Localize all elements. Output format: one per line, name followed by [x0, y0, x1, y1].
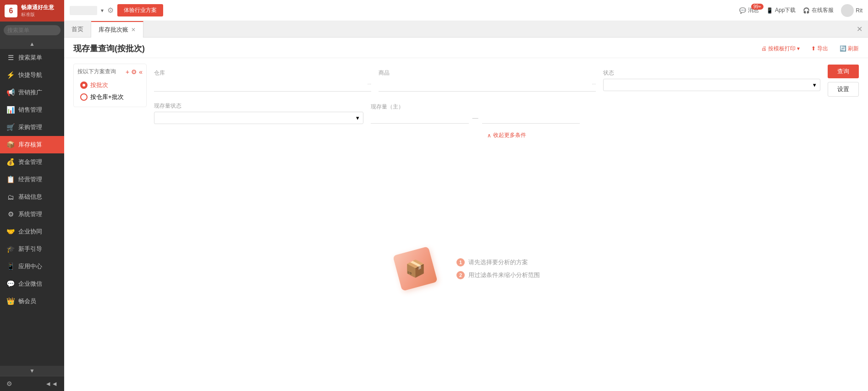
- tip-1-text: 请先选择要分析的方案: [468, 258, 528, 266]
- stock-status-label: 现存量状态: [154, 102, 363, 110]
- topbar-dropdown-arrow[interactable]: ▾: [101, 7, 104, 14]
- sidebar-item-inventory[interactable]: 📦库存核算: [0, 136, 64, 153]
- nav-label-enterprise: 企业协同: [18, 228, 42, 236]
- status-select[interactable]: ▾: [603, 79, 820, 91]
- product-dots[interactable]: ···: [592, 81, 596, 87]
- page-actions: 🖨 按模板打印 ▾ ⬆ 导出 🔄 刷新: [761, 45, 859, 53]
- nav-label-operation: 经营管理: [18, 175, 42, 184]
- company-info: 畅康通好生意 标准版: [21, 4, 54, 18]
- scroll-up-btn[interactable]: ▲: [0, 39, 64, 49]
- nav-icon-basic: 🗂: [6, 193, 15, 201]
- page-title: 现存量查询(按批次): [73, 43, 145, 54]
- nav-icon-sales: 📊: [6, 106, 15, 114]
- experience-btn[interactable]: 体验行业方案: [117, 4, 163, 16]
- tab-label-home: 首页: [71, 25, 83, 33]
- product-input[interactable]: [379, 79, 592, 89]
- query-btn[interactable]: 查询: [828, 65, 859, 78]
- scroll-down-btn[interactable]: ▼: [0, 366, 64, 376]
- filter-row-2: 现存量状态 ▾ 现存量（主） —: [154, 102, 859, 124]
- nav-label-newbie: 新手引导: [18, 245, 42, 253]
- content-area: 现存量查询(按批次) 🖨 按模板打印 ▾ ⬆ 导出 🔄 刷新: [64, 38, 868, 391]
- sidebar-item-quicknav[interactable]: ⚡快捷导航: [0, 66, 64, 84]
- nav-label-wechat: 企业微信: [18, 280, 42, 288]
- topbar-right: 💬 消息 99+ 📱 App下载 🎧 在线客服 Rit: [739, 4, 863, 17]
- sidebar-item-operation[interactable]: 📋经营管理: [0, 171, 64, 188]
- nav-icon-apps: 📱: [6, 262, 15, 271]
- empty-tips: 1 请先选择要分析的方案 2 用过滤条件来缩小分析范围: [456, 258, 540, 279]
- sidebar-item-basic[interactable]: 🗂基础信息: [0, 188, 64, 206]
- product-label: 商品: [379, 69, 596, 77]
- range-separator: —: [472, 114, 478, 121]
- sidebar-item-purchase[interactable]: 🛒采购管理: [0, 119, 64, 136]
- empty-icon: [392, 246, 438, 292]
- search-input[interactable]: [4, 25, 60, 35]
- nav-label-quicknav: 快捷导航: [18, 71, 42, 79]
- scheme-label-batch: 按批次: [90, 81, 108, 89]
- collapse-btn[interactable]: ∧ 收起更多条件: [163, 130, 850, 141]
- right-actions: 查询 设置: [828, 64, 859, 97]
- print-btn[interactable]: 🖨 按模板打印 ▾: [761, 45, 800, 53]
- sidebar-item-newbie[interactable]: 🎓新手引导: [0, 240, 64, 258]
- refresh-btn[interactable]: 🔄 刷新: [840, 45, 859, 53]
- app-download-btn[interactable]: 📱 App下载: [766, 6, 796, 14]
- user-name: Rit: [856, 7, 863, 14]
- scheme-panel-header: 按以下方案查询 + ⚙ «: [77, 68, 143, 76]
- warehouse-dots[interactable]: ···: [368, 81, 371, 87]
- scheme-add-btn[interactable]: +: [126, 68, 129, 76]
- nav-icon-system: ⚙: [6, 210, 15, 218]
- scheme-item-warehouse_batch[interactable]: 按仓库+批次: [77, 91, 143, 103]
- topbar-settings-icon[interactable]: ⚙: [107, 6, 114, 15]
- topbar-left: ▾ ⚙ 体验行业方案: [70, 4, 736, 16]
- tip-2-text: 用过滤条件来缩小分析范围: [468, 271, 540, 279]
- stock-qty-to-input[interactable]: [482, 113, 580, 124]
- app-label: App下载: [775, 6, 796, 14]
- export-btn[interactable]: ⬆ 导出: [811, 45, 828, 53]
- stock-status-select[interactable]: ▾: [154, 112, 363, 124]
- scheme-label-warehouse_batch: 按仓库+批次: [90, 93, 124, 101]
- tab-batch[interactable]: 库存批次账✕: [91, 21, 143, 38]
- message-btn[interactable]: 💬 消息 99+: [739, 6, 759, 14]
- config-btn[interactable]: 设置: [828, 82, 859, 97]
- tab-close-global-btn[interactable]: ✕: [851, 25, 868, 33]
- tab-home[interactable]: 首页: [64, 21, 91, 38]
- nav-icon-search: ☰: [6, 54, 15, 62]
- nav-label-apps: 应用中心: [18, 262, 42, 271]
- user-area[interactable]: Rit: [841, 4, 863, 17]
- scheme-icon-warehouse_batch: [80, 93, 88, 101]
- app-logo: 6: [5, 5, 17, 17]
- nav-icon-newbie: 🎓: [6, 245, 15, 253]
- stock-qty-from-input[interactable]: [371, 113, 469, 124]
- tab-close-batch[interactable]: ✕: [131, 27, 136, 33]
- print-icon: 🖨: [761, 45, 767, 52]
- nav-icon-wechat: 💬: [6, 280, 15, 288]
- sidebar-item-finance[interactable]: 💰资金管理: [0, 153, 64, 171]
- warehouse-input[interactable]: [154, 79, 368, 89]
- sidebar-item-sales[interactable]: 📊销售管理: [0, 101, 64, 119]
- sidebar-search: [0, 22, 64, 39]
- nav-icon-marketing: 📢: [6, 88, 15, 97]
- sidebar-collapse-icon[interactable]: ◄◄: [45, 380, 58, 387]
- empty-state: 1 请先选择要分析的方案 2 用过滤条件来缩小分析范围: [64, 147, 868, 391]
- scheme-collapse-btn[interactable]: «: [139, 68, 143, 76]
- tab-bar: 首页库存批次账✕✕: [64, 21, 868, 38]
- stock-qty-range: —: [371, 113, 580, 124]
- sidebar-item-marketing[interactable]: 📢营销推广: [0, 84, 64, 101]
- nav-icon-purchase: 🛒: [6, 123, 15, 131]
- sidebar-item-member[interactable]: 👑畅会员: [0, 293, 64, 310]
- sidebar-item-search[interactable]: ☰搜索菜单: [0, 49, 64, 66]
- sidebar-item-enterprise[interactable]: 🤝企业协同: [0, 223, 64, 240]
- scheme-icon-batch: [80, 81, 88, 89]
- sidebar-item-apps[interactable]: 📱应用中心: [0, 258, 64, 275]
- sidebar-item-wechat[interactable]: 💬企业微信: [0, 275, 64, 293]
- warehouse-filter: 仓库 ···: [154, 69, 371, 92]
- page-header: 现存量查询(按批次) 🖨 按模板打印 ▾ ⬆ 导出 🔄 刷新: [64, 38, 868, 58]
- sidebar-footer: ⚙ ◄◄: [0, 376, 64, 391]
- sidebar-item-system[interactable]: ⚙系统管理: [0, 206, 64, 223]
- scheme-settings-btn[interactable]: ⚙: [131, 68, 137, 76]
- service-btn[interactable]: 🎧 在线客服: [803, 6, 834, 14]
- print-dropdown-icon[interactable]: ▾: [797, 45, 800, 52]
- nav-label-search: 搜索菜单: [18, 54, 42, 62]
- nav-label-marketing: 营销推广: [18, 88, 42, 97]
- sidebar-settings-icon[interactable]: ⚙: [6, 380, 12, 387]
- scheme-item-batch[interactable]: 按批次: [77, 79, 143, 91]
